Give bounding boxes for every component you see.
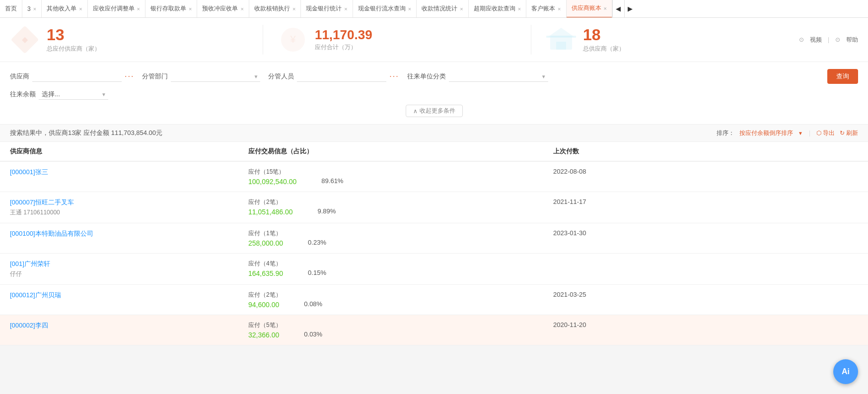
- video-link[interactable]: 视频: [810, 36, 822, 44]
- payable-amount[interactable]: 100,092,540.00: [248, 178, 296, 186]
- payable-amount[interactable]: 32,366.00: [248, 331, 279, 339]
- collapse-button[interactable]: ∧ 收起更多条件: [406, 105, 463, 117]
- payable-amount[interactable]: 11,051,486.00: [248, 208, 293, 216]
- svg-rect-7: [546, 36, 576, 38]
- refresh-icon: ↻: [840, 130, 845, 136]
- nav-tab-home[interactable]: 首页: [0, 0, 22, 18]
- close-overdue-collect[interactable]: ×: [518, 6, 521, 12]
- table-row: [000007]恒旺二手叉车 王通 17106110000 应付（2笔） 11,…: [0, 192, 868, 223]
- last-pay-cell: 2021-03-25: [553, 291, 858, 298]
- close-collect-stat[interactable]: ×: [460, 6, 463, 12]
- close-customer-account[interactable]: ×: [558, 6, 561, 12]
- close-prepay-collect[interactable]: ×: [240, 6, 243, 12]
- sort-label: 排序：: [717, 129, 734, 137]
- separator-1: |: [809, 130, 810, 136]
- nav-tab-other-income[interactable]: 其他收入单 ×: [42, 0, 87, 18]
- supplier-label: 供应商: [10, 72, 29, 81]
- person-label: 分管人员: [268, 72, 294, 81]
- supplier-input[interactable]: [32, 71, 122, 82]
- supplier-info-cell: [000100]本特勤油品有限公司: [10, 229, 248, 238]
- balance-label: 往来余额: [10, 90, 36, 99]
- payable-amount[interactable]: 164,635.90: [248, 269, 283, 277]
- sort-value[interactable]: 按应付余额倒序排序: [739, 129, 793, 137]
- th-payable-info: 应付交易信息（占比）: [248, 147, 553, 156]
- supplier-table: 供应商信息 应付交易信息（占比） 上次付数 [000001]张三 应付（15笔）…: [0, 142, 868, 345]
- supplier-link-000007[interactable]: [000007]恒旺二手叉车: [10, 198, 74, 206]
- payable-info-cell: 应付（4笔） 164,635.90 0.15%: [248, 260, 553, 277]
- nav-tab-overdue-collect[interactable]: 超期应收款查询 ×: [469, 0, 526, 18]
- stat-payable-suppliers: ◆ 13 总应付供应商（家）: [10, 25, 263, 55]
- payable-amount[interactable]: 94,600.00: [248, 301, 279, 309]
- export-button[interactable]: ⬡ 导出: [816, 129, 835, 137]
- nav-tab-cash-bank-flow[interactable]: 现金银行流水查询 ×: [353, 0, 417, 18]
- close-bank-deposit[interactable]: ×: [189, 6, 192, 12]
- supplier-dots-btn[interactable]: ···: [125, 72, 134, 81]
- unit-category-field: 往来单位分类 ▼: [407, 71, 548, 82]
- close-cash-bank-flow[interactable]: ×: [408, 6, 411, 12]
- help-link[interactable]: 帮助: [846, 36, 858, 44]
- th-supplier-info: 供应商信息: [10, 147, 248, 156]
- close-ap-adjust[interactable]: ×: [137, 6, 140, 12]
- payable-pct: 0.03%: [304, 330, 322, 338]
- close-collect-verify[interactable]: ×: [292, 6, 295, 12]
- unit-category-label: 往来单位分类: [407, 72, 446, 81]
- payable-pct: 0.08%: [304, 300, 322, 308]
- top-navigation: 首页 3 × 其他收入单 × 应收应付调整单 × 银行存取款单 × 预收冲应收单…: [0, 0, 868, 18]
- stat-total-suppliers: 18 总供应商（家）: [531, 25, 799, 55]
- supplier-sub: 仔仔: [10, 270, 248, 278]
- last-pay-date: 2020-11-20: [553, 321, 586, 328]
- nav-tab-bank-deposit[interactable]: 银行存取款单 ×: [145, 0, 197, 18]
- close-tab-3[interactable]: ×: [33, 6, 36, 12]
- close-cash-bank-stat[interactable]: ×: [344, 6, 347, 12]
- result-bar: 搜索结果中，供应商13家 应付金额 111,703,854.00元 排序： 按应…: [0, 125, 868, 142]
- help-links: ⊙ 视频 | ⊙ 帮助: [799, 36, 858, 44]
- dept-select[interactable]: [171, 71, 260, 82]
- payable-label: 应付（2笔）: [248, 291, 553, 299]
- person-input[interactable]: [297, 71, 386, 82]
- supplier-link-000012[interactable]: [000012]广州贝瑞: [10, 291, 61, 299]
- last-pay-cell: 2022-08-08: [553, 168, 858, 175]
- nav-tab-ap-adjust[interactable]: 应收应付调整单 ×: [88, 0, 145, 18]
- result-summary: 搜索结果中，供应商13家 应付金额 111,703,854.00元: [10, 129, 162, 137]
- dept-label: 分管部门: [142, 72, 168, 81]
- supplier-info-cell: [000012]广州贝瑞: [10, 291, 248, 300]
- table-row: [000100]本特勤油品有限公司 应付（1笔） 258,000.00 0.23…: [0, 223, 868, 254]
- coin-icon: ¥: [278, 25, 308, 55]
- supplier-link-000001[interactable]: [000001]张三: [10, 168, 48, 176]
- supplier-info-cell: [000007]恒旺二手叉车 王通 17106110000: [10, 198, 248, 217]
- stat-payable-total: ¥ 11,170.39 应付合计（万）: [263, 25, 531, 55]
- nav-tab-3[interactable]: 3 ×: [22, 0, 42, 18]
- supplier-link-001[interactable]: [001]广州荣轩: [10, 260, 50, 267]
- nav-tab-cash-bank-stat[interactable]: 现金银行统计 ×: [301, 0, 353, 18]
- export-icon: ⬡: [816, 130, 821, 136]
- supplier-sub: 王通 17106110000: [10, 208, 248, 217]
- nav-tab-collect-verify[interactable]: 收款核销执行 ×: [249, 0, 301, 18]
- payable-label: 应付（1笔）: [248, 229, 553, 238]
- balance-select[interactable]: 选择...: [39, 89, 108, 100]
- balance-field: 往来余额 选择... ▼: [10, 89, 108, 100]
- refresh-button[interactable]: ↻ 刷新: [840, 129, 858, 137]
- supplier-info-cell: [000001]张三: [10, 168, 248, 177]
- payable-amount[interactable]: 258,000.00: [248, 239, 283, 247]
- last-pay-cell: 2020-11-20: [553, 321, 858, 328]
- payable-info-cell: 应付（1笔） 258,000.00 0.23%: [248, 229, 553, 247]
- query-button[interactable]: 查询: [827, 69, 858, 84]
- person-dots-btn[interactable]: ···: [389, 72, 399, 81]
- supplier-link-000002[interactable]: [000002]李四: [10, 322, 48, 329]
- nav-arrow-right[interactable]: ▶: [624, 0, 636, 18]
- nav-tab-customer-account[interactable]: 客户账本 ×: [526, 0, 566, 18]
- payable-pct: 89.61%: [321, 177, 343, 185]
- supplier-link-000100[interactable]: [000100]本特勤油品有限公司: [10, 230, 93, 237]
- nav-tab-prepay-collect[interactable]: 预收冲应收单 ×: [197, 0, 249, 18]
- result-actions: 排序： 按应付余额倒序排序 ▼ | ⬡ 导出 ↻ 刷新: [717, 129, 858, 137]
- close-other-income[interactable]: ×: [79, 6, 82, 12]
- chevron-up-icon: ∧: [413, 108, 418, 115]
- table-row: [000001]张三 应付（15笔） 100,092,540.00 89.61%…: [0, 162, 868, 192]
- nav-tab-supplier-account[interactable]: 供应商账本 ×: [567, 0, 612, 18]
- unit-category-select[interactable]: [449, 71, 548, 82]
- close-supplier-account[interactable]: ×: [604, 5, 607, 11]
- nav-tab-collect-stat[interactable]: 收款情况统计 ×: [417, 0, 468, 18]
- nav-arrow-left[interactable]: ◀: [612, 0, 624, 18]
- svg-marker-6: [548, 28, 574, 37]
- payable-label: 应付（4笔）: [248, 260, 553, 268]
